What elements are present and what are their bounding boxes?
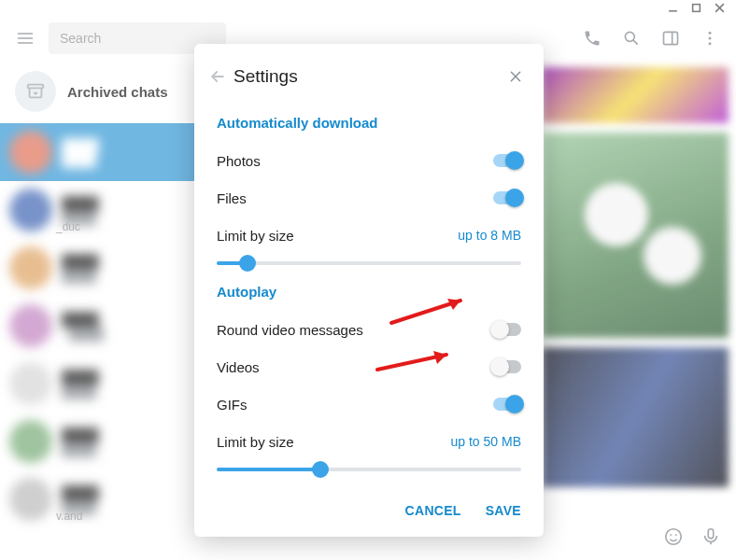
dialog-title: Settings [234,66,502,87]
cancel-button[interactable]: CANCEL [405,503,461,518]
row-round-video: Round video messages [217,311,521,348]
videos-label: Videos [217,359,260,375]
slider-autoplay-limit[interactable] [217,458,521,481]
row-videos: Videos [217,348,521,385]
back-button[interactable] [202,61,234,92]
row-gifs: GIFs [217,385,521,423]
settings-dialog: Settings Automatically download Photos F… [194,44,544,537]
limit-download-value: up to 8 MB [458,228,521,243]
row-photos: Photos [217,142,521,179]
slider-download-limit[interactable] [217,252,521,274]
toggle-videos[interactable] [493,360,521,373]
limit-autoplay-value: up to 50 MB [451,434,522,449]
save-button[interactable]: SAVE [486,503,521,518]
row-limit-autoplay: Limit by size up to 50 MB [217,423,521,460]
limit-download-label: Limit by size [217,228,294,244]
toggle-photos[interactable] [493,154,521,167]
row-files: Files [217,179,521,217]
close-button[interactable] [502,63,529,90]
files-label: Files [217,190,247,206]
photos-label: Photos [217,153,261,169]
toggle-round-video[interactable] [493,323,521,336]
section-auto-download: Automatically download [217,115,521,131]
row-limit-download: Limit by size up to 8 MB [217,217,521,254]
gifs-label: GIFs [217,397,248,413]
round-video-label: Round video messages [217,322,363,338]
toggle-gifs[interactable] [493,398,521,411]
limit-autoplay-label: Limit by size [217,434,294,450]
toggle-files[interactable] [493,191,521,204]
section-autoplay: Autoplay [217,284,521,300]
